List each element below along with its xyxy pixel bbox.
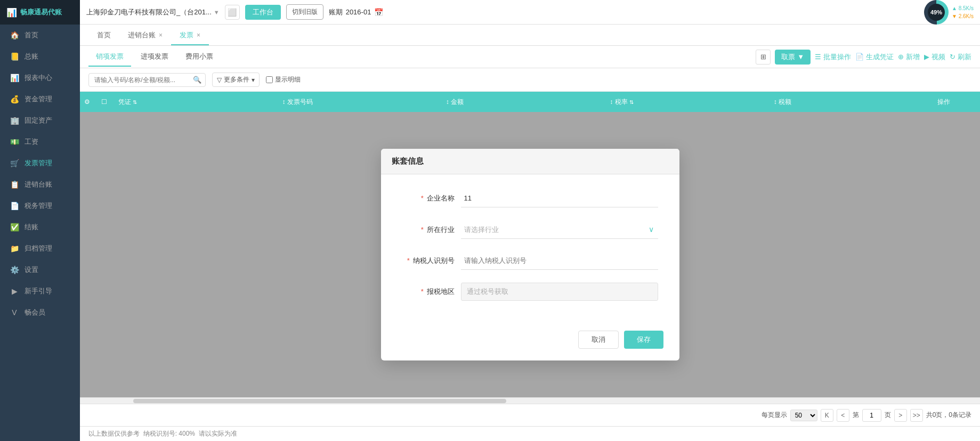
- sidebar-item-member[interactable]: V畅会员: [0, 302, 80, 323]
- page-number-input[interactable]: [862, 409, 881, 422]
- sidebar-item-settle[interactable]: ✅结账: [0, 217, 80, 238]
- tax-id-input[interactable]: [461, 252, 658, 270]
- sub-tab-expense[interactable]: 费用小票: [178, 47, 221, 67]
- sidebar-item-funds[interactable]: 💰资金管理: [0, 89, 80, 110]
- first-page-btn[interactable]: K: [821, 409, 833, 422]
- table-header-tax-rate: ↕ 税率 ⇅: [605, 98, 769, 107]
- logo-icon: 📊: [6, 7, 17, 18]
- ticket-dropdown-arrow: ▼: [797, 53, 804, 61]
- table-header-gear[interactable]: ⚙: [84, 98, 101, 106]
- company-name-input[interactable]: [461, 189, 658, 207]
- tax-id-label: * 纳税人识别号: [402, 256, 461, 266]
- new-btn[interactable]: ⊕ 新增: [898, 52, 920, 62]
- gen-voucher-btn[interactable]: 📄 生成凭证: [855, 52, 894, 62]
- save-button[interactable]: 保存: [624, 331, 663, 349]
- scroll-thumb[interactable]: [133, 399, 506, 403]
- filter-dropdown-icon: ▾: [252, 76, 255, 84]
- video-btn[interactable]: ▶ 视频: [924, 52, 945, 62]
- grid-view-btn[interactable]: ⊞: [756, 50, 771, 65]
- table-header-invoice-no: ↕ 发票号码: [278, 98, 441, 107]
- archive-icon: 📁: [10, 244, 19, 253]
- purchase-icon: 📋: [10, 180, 19, 189]
- next-page-btn[interactable]: >: [894, 409, 907, 422]
- funds-icon: 💰: [10, 95, 19, 103]
- industry-select[interactable]: 请选择行业: [461, 220, 658, 238]
- per-page-label: 每页显示: [762, 411, 787, 420]
- tax-icon: 📄: [10, 202, 19, 210]
- tab-invoice[interactable]: 发票 ×: [171, 26, 209, 45]
- industry-row: * 所在行业 请选择行业 ∨: [402, 220, 658, 239]
- sidebar-item-assets[interactable]: 🏢固定资产: [0, 110, 80, 131]
- switch-old-button[interactable]: 切到旧版: [286, 4, 323, 20]
- calendar-icon[interactable]: 📅: [374, 8, 383, 17]
- sidebar-label-member: 畅会员: [25, 308, 45, 317]
- table-header-amount: ↕ 金额: [442, 98, 605, 107]
- payroll-icon: 💵: [10, 138, 19, 146]
- modal-header: 账套信息: [381, 149, 679, 174]
- tab-invoice-close[interactable]: ×: [197, 31, 200, 39]
- tab-purchase-close[interactable]: ×: [159, 31, 163, 39]
- period-value: 2016-01: [346, 8, 371, 16]
- sidebar-item-report[interactable]: 📊报表中心: [0, 67, 80, 89]
- period-label: 账期: [329, 7, 343, 17]
- sidebar-item-settings[interactable]: ⚙️设置: [0, 259, 80, 280]
- company-selector[interactable]: 上海卯金刀电子科技有限公司_（台201... ▼: [86, 7, 220, 17]
- new-icon: ⊕: [898, 53, 904, 61]
- sidebar-item-tax[interactable]: 📄税务管理: [0, 195, 80, 217]
- sidebar-label-purchase: 进销台账: [25, 180, 52, 189]
- tab-purchase-label: 进销台账: [128, 30, 156, 40]
- invoice-icon: 🛒: [10, 159, 19, 167]
- sub-tab-purchase[interactable]: 进项发票: [133, 47, 176, 67]
- period-info: 账期 2016-01 📅: [329, 7, 384, 17]
- horizontal-scrollbar[interactable]: [80, 397, 980, 404]
- sidebar-item-invoice[interactable]: 🛒发票管理: [0, 153, 80, 174]
- refresh-btn[interactable]: ↻ 刷新: [950, 52, 971, 62]
- tax-id-row: * 纳税人识别号: [402, 252, 658, 270]
- search-input[interactable]: [88, 73, 206, 87]
- sidebar-item-ledger[interactable]: 📒总账: [0, 46, 80, 67]
- industry-label: * 所在行业: [402, 225, 461, 235]
- industry-select-wrap: 请选择行业 ∨: [461, 220, 658, 239]
- sidebar-label-guide: 新手引导: [25, 286, 52, 296]
- prev-page-btn[interactable]: <: [837, 409, 849, 422]
- tab-home[interactable]: 首页: [88, 26, 119, 45]
- toolbar: ⊞ 取票 ▼ ☰ 批量操作 📄 生成凭证 ⊕ 新增 ▶ 视频 ↻: [756, 50, 971, 65]
- batch-op-btn[interactable]: ☰ 批量操作: [815, 52, 851, 62]
- filter-icon: ▽: [217, 76, 222, 84]
- sidebar-label-tax: 税务管理: [25, 201, 52, 211]
- sidebar-label-ledger: 总账: [25, 52, 38, 61]
- cancel-button[interactable]: 取消: [578, 331, 619, 349]
- more-filter-btn[interactable]: ▽ 更多条件 ▾: [212, 73, 260, 87]
- sidebar-item-guide[interactable]: ▶新手引导: [0, 280, 80, 302]
- sub-tab-sales[interactable]: 销项发票: [88, 47, 131, 67]
- sidebar-label-archive: 归档管理: [25, 244, 52, 253]
- pagination-bar: 每页显示 50 100 K < 第 页 > >> 共0页，0条记录: [80, 404, 980, 426]
- table-header: ⚙ ☐ 凭证 ⇅ ↕ 发票号码 ↕ 金额 ↕ 税率 ⇅ ↕ 税额 操作: [80, 92, 980, 112]
- video-icon: ▶: [924, 53, 929, 61]
- speed-up: ▲ 8.5K/s: [952, 4, 974, 12]
- network-indicator: 49% ▲ 8.5K/s ▼ 2.6K/s: [924, 0, 974, 25]
- pagination: 每页显示 50 100 K < 第 页 > >> 共0页，0条记录: [762, 409, 971, 422]
- tab-home-label: 首页: [97, 30, 111, 40]
- modal-dialog: 账套信息 * 企业名称 * 所在行: [381, 149, 679, 360]
- sidebar-item-archive[interactable]: 📁归档管理: [0, 238, 80, 259]
- table-header-checkbox[interactable]: ☐: [101, 98, 114, 106]
- company-dropdown-arrow: ▼: [214, 9, 220, 15]
- sidebar-item-purchase[interactable]: 📋进销台账: [0, 174, 80, 195]
- sidebar-label-home: 首页: [25, 30, 38, 40]
- show-detail-label[interactable]: 显示明细: [266, 75, 301, 84]
- sidebar-label-funds: 资金管理: [25, 94, 52, 104]
- topbar-right: 49% ▲ 8.5K/s ▼ 2.6K/s: [924, 0, 974, 25]
- sidebar-item-payroll[interactable]: 💵工资: [0, 131, 80, 153]
- sub-tab-sales-label: 销项发票: [96, 52, 124, 60]
- company-name-label: * 企业名称: [402, 194, 461, 203]
- ticket-button[interactable]: 取票 ▼: [775, 50, 811, 65]
- workbench-button[interactable]: 工作台: [245, 5, 281, 20]
- sidebar-item-home[interactable]: 🏠首页: [0, 25, 80, 46]
- tax-region-display: 通过税号获取: [461, 283, 658, 301]
- per-page-select[interactable]: 50 100: [790, 410, 817, 421]
- tab-purchase[interactable]: 进销台账 ×: [119, 26, 171, 45]
- show-detail-checkbox[interactable]: [266, 76, 273, 83]
- copy-icon-btn[interactable]: ⬜: [225, 5, 240, 20]
- last-page-btn[interactable]: >>: [910, 409, 923, 422]
